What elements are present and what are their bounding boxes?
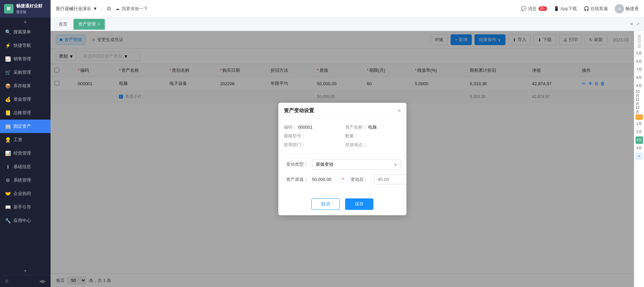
finance-icon: 💰 — [5, 97, 11, 102]
modal-location-item: 存放地点： — [345, 142, 401, 148]
settings-icon[interactable]: ⚙ — [5, 279, 9, 284]
topbar-settings-icon[interactable]: ⚙ — [106, 5, 111, 12]
window-minimize-icon[interactable]: ✕ — [630, 22, 634, 27]
month-12[interactable]: 12月 — [636, 106, 643, 114]
online-service-btn[interactable]: 🎧 在线客服 — [584, 6, 608, 12]
window-maximize-icon[interactable]: ⤢ — [636, 22, 640, 27]
sidebar-item-label: 固定资产 — [13, 123, 31, 129]
sidebar-nav: 🔍 搜索菜单 ⚡ 快捷导航 📈 销售管理 🛒 采购管理 📦 库存核算 💰 资金管… — [0, 25, 51, 267]
modal-location-label: 存放地点： — [345, 142, 367, 147]
month-8[interactable]: 8月 — [636, 74, 643, 82]
right-calendar-sidebar: 2023.03 5月 6月 7月 8月 9月 10月 11月 12月 2023 … — [634, 31, 644, 287]
collapse-icon[interactable]: ◀▶ — [39, 279, 46, 284]
cancel-label: 取消 — [321, 201, 330, 206]
apps-icon: 🔧 — [5, 218, 11, 223]
modal-spec-item: 规格型号： — [284, 133, 340, 139]
modal-code-item: 编码： 000001 — [284, 124, 340, 130]
sidebar-scroll-up[interactable]: ▲ — [0, 18, 51, 25]
sidebar-item-label: 资金管理 — [13, 96, 31, 102]
content-area: 资产明细 变更生成凭证 对账 + 新增 批量操作 ∨ — [51, 31, 644, 287]
main-area: 医疗器械行业演示 ▼ | ⚙ ☁ 我要体验一下 💬 消息 99+ 📱 App下载… — [51, 0, 644, 287]
modal-department-item: 使用部门： — [284, 142, 340, 148]
modal-spec-label: 规格型号： — [284, 133, 306, 138]
tab-asset-management[interactable]: 资产管理 × — [73, 19, 105, 30]
sidebar-item-label: 搜索菜单 — [13, 29, 31, 35]
sidebar-item-label: 企业协同 — [13, 191, 31, 197]
messages-btn[interactable]: 💬 消息 99+ — [521, 6, 547, 12]
sidebar-item-purchase[interactable]: 🛒 采购管理 — [0, 66, 51, 79]
month-3-current[interactable]: 3月 — [636, 136, 643, 144]
sidebar-item-inventory[interactable]: 📦 库存核算 — [0, 79, 51, 93]
month-1[interactable]: 1月 — [636, 120, 643, 128]
app-download-btn[interactable]: 📱 App下载 — [554, 6, 577, 12]
modal-name-value: 电脑 — [368, 125, 377, 130]
experience-btn[interactable]: ☁ 我要体验一下 — [115, 6, 148, 12]
modal-info-grid: 编码： 000001 资产名称： 电脑 规格型号： — [284, 124, 401, 154]
messages-label: 消息 — [528, 6, 536, 12]
month-7[interactable]: 7月 — [636, 66, 643, 73]
messages-badge: 99+ — [539, 6, 547, 11]
sidebar-item-search[interactable]: 🔍 搜索菜单 — [0, 25, 51, 39]
sidebar-logo: 财 畅捷通好业财 普及版 — [0, 0, 51, 18]
sidebar-item-quicknav[interactable]: ⚡ 快捷导航 — [0, 39, 51, 52]
original-value-label: 资产原值： — [284, 177, 308, 183]
window-controls: ✕ ⤢ — [630, 22, 644, 27]
month-5[interactable]: 5月 — [636, 50, 643, 57]
sidebar-item-fixed-assets[interactable]: 🏢 固定资产 — [0, 120, 51, 133]
sidebar-scroll-down[interactable]: ▼ — [0, 267, 51, 275]
inventory-icon: 📦 — [5, 83, 11, 89]
app-name: 畅捷通好业财 — [16, 3, 42, 9]
sidebar-item-finance[interactable]: 💰 资金管理 — [0, 93, 51, 106]
modal-code-label: 编码： — [284, 125, 297, 130]
sidebar-item-sales[interactable]: 📈 销售管理 — [0, 52, 51, 66]
experience-label: 我要体验一下 — [122, 6, 148, 12]
month-2[interactable]: 2月 — [636, 128, 643, 136]
after-required-mark: ＊ — [341, 177, 345, 183]
save-button[interactable]: 保存 — [345, 198, 373, 210]
month-9[interactable]: 9月 — [636, 82, 643, 90]
sidebar-item-guide[interactable]: 📖 新手引导 — [0, 200, 51, 214]
change-type-select[interactable]: 原值变动 ∨ — [312, 159, 401, 170]
expand-calendar-btn[interactable]: ≡ — [636, 153, 643, 160]
quicknav-icon: ⚡ — [5, 43, 11, 48]
message-icon: 💬 — [521, 6, 526, 11]
tab-asset-label: 资产管理 — [78, 21, 96, 27]
month-6[interactable]: 6月 — [636, 58, 643, 65]
purchase-icon: 🛒 — [5, 70, 11, 75]
basic-info-icon: ℹ — [5, 164, 11, 169]
tab-close-icon[interactable]: × — [98, 22, 100, 27]
modal-overlay: 资产变动设置 × 编码： 000001 资产名称： 电脑 — [51, 31, 634, 287]
user-profile[interactable]: A 畅捷通 — [615, 4, 639, 13]
sidebar-item-payroll[interactable]: 👷 工资 — [0, 133, 51, 147]
topbar-right: 💬 消息 99+ 📱 App下载 🎧 在线客服 A 畅捷通 — [521, 4, 639, 13]
month-10[interactable]: 10月 — [636, 90, 643, 98]
system-icon: ⚙ — [5, 178, 11, 183]
tab-home[interactable]: 首页 — [54, 19, 72, 30]
month-4[interactable]: 4月 — [636, 145, 643, 152]
sidebar-item-basic-info[interactable]: ℹ 基础信息 — [0, 160, 51, 173]
logo-icon: 财 — [4, 4, 13, 13]
sidebar: 财 畅捷通好业财 普及版 ▲ 🔍 搜索菜单 ⚡ 快捷导航 📈 销售管理 🛒 采购… — [0, 0, 51, 287]
management-icon: 📊 — [5, 151, 11, 156]
sidebar-item-enterprise[interactable]: 🤝 企业协同 — [0, 187, 51, 200]
sidebar-item-apps[interactable]: 🔧 应用中心 — [0, 214, 51, 227]
sidebar-item-system[interactable]: ⚙ 系统管理 — [0, 173, 51, 187]
modal-close-icon[interactable]: × — [398, 108, 401, 114]
topbar: 医疗器械行业演示 ▼ | ⚙ ☁ 我要体验一下 💬 消息 99+ 📱 App下载… — [51, 0, 644, 18]
sidebar-bottom: ⚙ ◀▶ — [0, 275, 51, 287]
after-value-input[interactable] — [374, 174, 406, 184]
original-value-row: 资产原值： 50,000.00 ＊ 变动后： — [284, 174, 401, 184]
year-label: 2023.03 — [637, 33, 642, 49]
month-11[interactable]: 11月 — [636, 98, 643, 106]
fixed-assets-icon: 🏢 — [5, 124, 11, 129]
company-selector[interactable]: 医疗器械行业演示 ▼ — [56, 6, 97, 12]
sidebar-item-label: 新手引导 — [13, 204, 31, 210]
sidebar-item-management[interactable]: 📊 经营管理 — [0, 147, 51, 160]
sidebar-item-label: 应用中心 — [13, 218, 31, 224]
sidebar-item-ledger[interactable]: 📒 总账管理 — [0, 106, 51, 120]
guide-icon: 📖 — [5, 204, 11, 210]
modal-footer: 取消 保存 — [278, 194, 406, 215]
modal-body: 编码： 000001 资产名称： 电脑 规格型号： — [278, 119, 406, 194]
cancel-button[interactable]: 取消 — [311, 198, 340, 210]
change-type-label: 变动类型： — [284, 161, 308, 167]
